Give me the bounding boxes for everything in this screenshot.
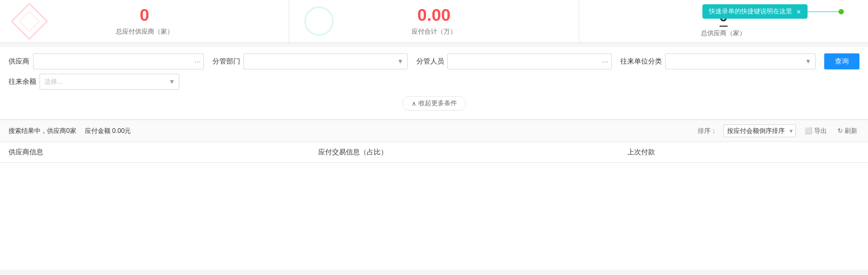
balance-label: 往来余额 <box>9 77 36 87</box>
table-body <box>0 163 868 270</box>
balance-select-wrap: 选择... ▼ <box>40 74 179 90</box>
col-header-last-payment: 上次付款 <box>627 147 859 157</box>
export-icon: ⬜ <box>804 127 812 135</box>
dept-select[interactable] <box>243 53 408 69</box>
collapse-label: 收起更多条件 <box>419 99 457 108</box>
results-info-1: 搜索结果中，供应商0家 <box>9 127 76 136</box>
collapse-button[interactable]: ∧ 收起更多条件 <box>403 96 466 111</box>
balance-field: 往来余额 选择... ▼ <box>9 74 179 90</box>
search-row-1: 供应商 ··· 分管部门 ▼ 分管人员 ··· <box>9 53 859 69</box>
supplier-input[interactable] <box>33 53 204 69</box>
refresh-button[interactable]: ↻ 刷新 <box>835 125 859 137</box>
unit-select[interactable] <box>665 53 816 69</box>
sort-select[interactable]: 按应付会额倒序排序 <box>723 124 796 137</box>
person-ellipsis-btn[interactable]: ··· <box>602 57 609 66</box>
stats-bar: 0 总应付供应商（家） 0.00 应付合计（万） 快速录单的快捷键说明在这里 ×… <box>0 0 868 43</box>
search-row-2: 往来余额 选择... ▼ <box>9 74 179 90</box>
balance-select[interactable]: 选择... <box>40 74 179 90</box>
stat-payable-total: 0.00 应付合计（万） <box>289 0 579 42</box>
collapse-icon: ∧ <box>412 100 416 107</box>
results-info: 搜索结果中，供应商0家 应付金额 0.00元 <box>9 127 131 136</box>
refresh-label: 刷新 <box>845 127 857 136</box>
refresh-icon: ↻ <box>838 127 843 135</box>
supplier-payable-label: 总应付供应商（家） <box>116 27 173 36</box>
sort-label: 排序： <box>698 127 717 136</box>
export-button[interactable]: ⬜ 导出 <box>802 125 829 137</box>
supplier-ellipsis-btn[interactable]: ··· <box>194 57 201 66</box>
tooltip-dot <box>838 9 843 14</box>
circle-decoration <box>304 6 334 36</box>
search-area: 供应商 ··· 分管部门 ▼ 分管人员 ··· <box>0 47 868 120</box>
table-header: 供应商信息 应付交易信息（占比） 上次付款 <box>0 142 868 163</box>
person-label: 分管人员 <box>416 57 444 66</box>
table-container: 供应商信息 应付交易信息（占比） 上次付款 <box>0 142 868 270</box>
person-input[interactable] <box>447 53 612 69</box>
tooltip-text: 快速录单的快捷键说明在这里 <box>709 7 792 16</box>
stat-supplier-payable: 0 总应付供应商（家） <box>0 0 289 42</box>
unit-label: 往来单位分类 <box>620 57 662 66</box>
sort-wrap: 按应付会额倒序排序 ▼ <box>723 124 796 137</box>
query-button[interactable]: 查询 <box>824 53 859 69</box>
person-input-wrap: ··· <box>447 53 612 69</box>
stat-total-suppliers: 快速录单的快捷键说明在这里 × 0 总供应商（家） <box>579 0 868 42</box>
shortcut-tooltip[interactable]: 快速录单的快捷键说明在这里 × <box>703 4 807 19</box>
person-field: 分管人员 ··· <box>416 53 612 69</box>
unit-field: 往来单位分类 ▼ <box>620 53 816 69</box>
dept-field: 分管部门 ▼ <box>212 53 408 69</box>
diamond-decoration <box>11 3 49 41</box>
col-header-supplier: 供应商信息 <box>9 147 318 157</box>
export-label: 导出 <box>814 127 827 136</box>
collapse-row: ∧ 收起更多条件 <box>9 94 859 115</box>
dept-select-wrap: ▼ <box>243 53 408 69</box>
tooltip-close-btn[interactable]: × <box>796 8 801 15</box>
unit-select-wrap: ▼ <box>665 53 816 69</box>
supplier-field: 供应商 ··· <box>9 53 204 69</box>
payable-total-number: 0.00 <box>417 6 451 25</box>
col-header-transaction: 应付交易信息（占比） <box>318 147 628 157</box>
payable-total-label: 应付合计（万） <box>412 27 456 36</box>
supplier-payable-number: 0 <box>140 6 149 25</box>
dept-label: 分管部门 <box>212 57 240 66</box>
results-actions: 排序： 按应付会额倒序排序 ▼ ⬜ 导出 ↻ 刷新 <box>698 124 859 137</box>
results-bar: 搜索结果中，供应商0家 应付金额 0.00元 排序： 按应付会额倒序排序 ▼ ⬜… <box>0 120 868 142</box>
results-info-2: 应付金额 0.00元 <box>85 127 131 136</box>
supplier-label: 供应商 <box>9 57 30 66</box>
supplier-input-wrap: ··· <box>33 53 204 69</box>
total-suppliers-label: 总供应商（家） <box>701 29 746 38</box>
